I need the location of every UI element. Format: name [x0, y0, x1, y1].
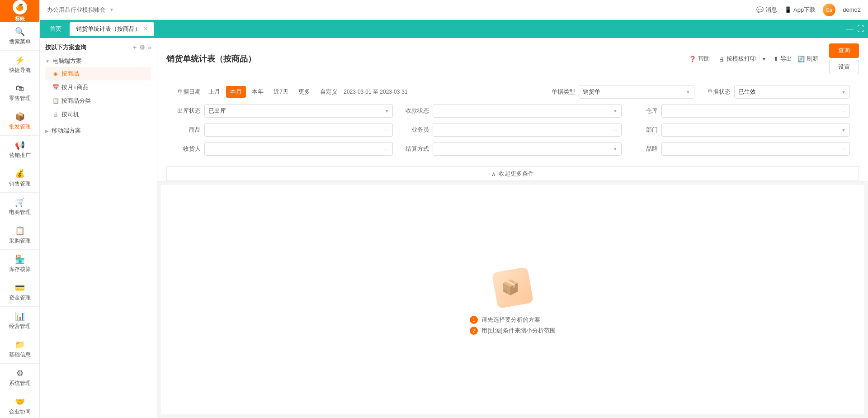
empty-state: 📦 1 请先选择要分析的方案 2 用[过滤]条件来缩小分析范围 — [161, 185, 864, 414]
settings-button[interactable]: 设置 — [829, 60, 859, 74]
recipient-input[interactable]: ··· — [204, 142, 393, 156]
warehouse-status-input[interactable]: 已出库 ▼ — [204, 104, 393, 118]
filter-cell-department: 部门 ▼ — [632, 123, 850, 137]
query-btn-group: 查询 设置 — [829, 43, 859, 74]
scheme-item-by-product[interactable]: ◉ 按商品 — [45, 67, 151, 81]
salesperson-dots-icon: ··· — [613, 127, 618, 133]
tab-home-label: 首页 — [50, 25, 61, 33]
collapse-filters-btn[interactable]: ∧ 收起更多条件 — [166, 166, 859, 181]
sidebar-item-system[interactable]: ⚙ 系统管理 — [0, 364, 39, 392]
brand-input[interactable]: ··· — [661, 142, 850, 156]
date-btn-custom[interactable]: 自定义 — [316, 86, 342, 98]
template-print-arrow-icon[interactable]: ▼ — [760, 55, 768, 63]
date-range-text: 2023-03-01 至 2023-03-31 — [344, 88, 407, 96]
date-btn-this-year[interactable]: 本年 — [248, 86, 268, 98]
ecommerce-icon: 🛒 — [15, 197, 25, 207]
warehouse-dots-icon: ··· — [841, 108, 846, 114]
sidebar-item-ecommerce[interactable]: 🛒 电商管理 — [0, 193, 39, 221]
scheme-group-mobile: ▶ 移动端方案 — [45, 125, 151, 137]
sidebar-item-purchase[interactable]: 📋 采购管理 — [0, 221, 39, 250]
scheme-by-month-icon: 📅 — [52, 84, 59, 90]
salesperson-input[interactable]: ··· — [433, 123, 621, 137]
hint-num-1: 1 — [470, 316, 478, 324]
payment-status-input[interactable]: ▼ — [433, 104, 621, 118]
sidebar-item-operation[interactable]: 📊 经营管理 — [0, 307, 39, 335]
message-btn[interactable]: 💬 消息 — [756, 6, 777, 14]
scheme-by-cashier-icon: 🖨 — [52, 111, 59, 118]
purchase-icon: 📋 — [15, 226, 25, 236]
date-btn-this-month[interactable]: 本月 — [226, 86, 246, 98]
date-btn-more[interactable]: 更多 — [294, 86, 314, 98]
doctype-arrow-icon: ▼ — [686, 90, 690, 95]
sidebar: 🍊 标账 🔍 搜索菜单 ⚡ 快捷导航 🛍 零售管理 📦 批发管理 📢 营销推广 … — [0, 0, 40, 418]
department-input[interactable]: ▼ — [661, 123, 850, 137]
scheme-group-pc-title[interactable]: ▼ 电脑端方案 — [45, 55, 151, 67]
filter-cell-product: 商品 ··· — [175, 123, 393, 137]
sidebar-item-cooperation[interactable]: 🤝 企业协同 — [0, 392, 39, 418]
username-label[interactable]: demo2 — [843, 6, 861, 13]
empty-hint-2-text: 用[过滤]条件来缩小分析范围 — [481, 327, 555, 335]
payment-status-arrow-icon: ▼ — [613, 109, 618, 114]
sidebar-item-inventory[interactable]: 🏪 库存核算 — [0, 250, 39, 278]
sidebar-item-label: 资金管理 — [9, 294, 31, 302]
template-print-group: 🖨 按模板打印 ▼ — [715, 53, 768, 65]
app-download-btn[interactable]: 📱 App下载 — [784, 6, 816, 14]
tab-minimize-icon[interactable]: — — [846, 25, 854, 33]
sidebar-item-label: 快捷导航 — [9, 66, 31, 74]
salesperson-label: 业务员 — [404, 126, 429, 134]
industry-label[interactable]: 办公用品行业模拟账套 — [47, 6, 106, 14]
add-scheme-btn[interactable]: + — [133, 44, 137, 51]
query-button[interactable]: 查询 — [829, 43, 859, 58]
product-label: 商品 — [175, 126, 201, 134]
tab-close-icon[interactable]: ✕ — [143, 26, 148, 32]
sidebar-item-retail[interactable]: 🛍 零售管理 — [0, 79, 39, 107]
export-btn[interactable]: ⬇ 导出 — [774, 55, 792, 63]
date-btn-7days[interactable]: 近7天 — [269, 86, 292, 98]
sidebar-item-search-menu[interactable]: 🔍 搜索菜单 — [0, 22, 39, 51]
sidebar-item-sales[interactable]: 💰 销售管理 — [0, 164, 39, 193]
scheme-item-by-cashier[interactable]: 🖨 按司机 — [45, 108, 151, 121]
scheme-group-pc: ▼ 电脑端方案 ◉ 按商品 📅 按月+商品 📋 按商品分类 — [45, 55, 151, 121]
tab-home[interactable]: 首页 — [43, 22, 68, 36]
app-logo[interactable]: 🍊 标账 — [0, 0, 40, 22]
filter-cell-warehouse-status: 出库状态 已出库 ▼ — [175, 104, 393, 118]
sidebar-item-label: 企业协同 — [9, 408, 31, 416]
scheme-settings-icon[interactable]: ⚙ — [139, 44, 145, 51]
operation-icon: 📊 — [15, 311, 25, 321]
group-expand-icon: ▼ — [45, 59, 50, 64]
help-label: 帮助 — [698, 55, 710, 63]
help-btn[interactable]: ❓ 帮助 — [689, 55, 710, 63]
scheme-item-by-month-product[interactable]: 📅 按月+商品 — [45, 81, 151, 94]
refresh-btn[interactable]: 🔄 刷新 — [797, 55, 818, 63]
user-avatar[interactable]: Ea — [823, 4, 835, 16]
tab-maximize-icon[interactable]: ⛶ — [857, 25, 864, 33]
scheme-group-mobile-title[interactable]: ▶ 移动端方案 — [45, 125, 151, 137]
scheme-section: ▼ 电脑端方案 ◉ 按商品 📅 按月+商品 📋 按商品分类 — [40, 55, 157, 140]
collapse-filters-label: 收起更多条件 — [499, 170, 534, 178]
scheme-item-by-category[interactable]: 📋 按商品分类 — [45, 94, 151, 108]
collapse-panel-icon[interactable]: « — [148, 44, 151, 51]
scheme-group-mobile-label: 移动端方案 — [52, 127, 81, 135]
empty-hints: 1 请先选择要分析的方案 2 用[过滤]条件来缩小分析范围 — [470, 316, 555, 335]
warehouse-input[interactable]: ··· — [661, 104, 850, 118]
settlement-input[interactable]: ▼ — [433, 142, 621, 156]
sidebar-item-marketing[interactable]: 📢 营销推广 — [0, 136, 39, 164]
doctype-input[interactable]: 销货单 ▼ — [579, 85, 694, 99]
date-btn-last-month[interactable]: 上月 — [204, 86, 224, 98]
export-label: 导出 — [780, 55, 792, 63]
sidebar-item-finance[interactable]: 💳 资金管理 — [0, 278, 39, 307]
sidebar-item-wholesale[interactable]: 📦 批发管理 — [0, 107, 39, 136]
scheme-by-cashier-label: 按司机 — [61, 110, 79, 119]
template-print-btn[interactable]: 🖨 按模板打印 — [715, 53, 760, 65]
sidebar-item-quick-nav[interactable]: ⚡ 快捷导航 — [0, 51, 39, 79]
wholesale-icon: 📦 — [15, 112, 25, 122]
warehouse-status-label: 出库状态 — [175, 107, 201, 115]
filter-row-3: 商品 ··· 业务员 ··· — [175, 123, 850, 137]
product-input[interactable]: ··· — [204, 123, 393, 137]
sidebar-item-basic[interactable]: 📁 基础信息 — [0, 335, 39, 364]
tab-sales-report[interactable]: 销货单统计表（按商品） ✕ — [70, 22, 154, 36]
top-header: 办公用品行业模拟账套 ▼ 💬 消息 📱 App下载 Ea demo2 — [40, 0, 868, 20]
brand-label: 品牌 — [632, 145, 658, 153]
main-area: 办公用品行业模拟账套 ▼ 💬 消息 📱 App下载 Ea demo2 首页 销货… — [40, 0, 868, 418]
docstatus-input[interactable]: 已生效 ▼ — [734, 85, 850, 99]
